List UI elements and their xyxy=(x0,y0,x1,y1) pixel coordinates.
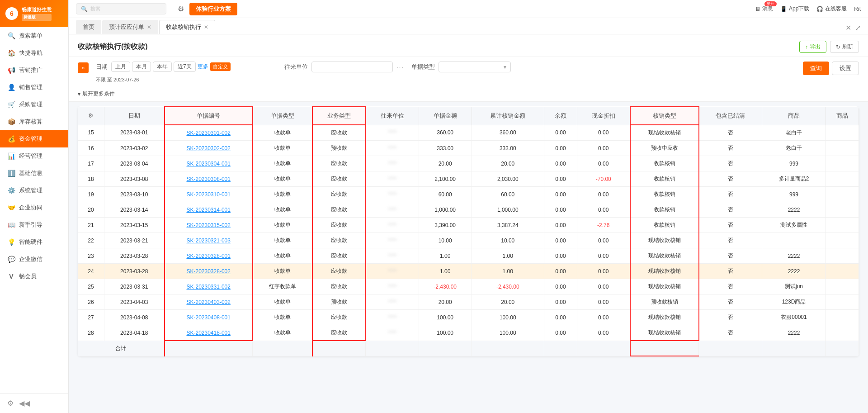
doctype-select[interactable] xyxy=(439,62,511,72)
sidebar-item-hardware[interactable]: 💡 智能硬件 xyxy=(0,233,68,251)
cell-amount: 100.00 xyxy=(419,310,472,325)
tab-home[interactable]: 首页 xyxy=(76,20,101,34)
partner-value: **** xyxy=(388,299,397,305)
filter-partner-section: 往来单位 ··· xyxy=(284,62,404,72)
sidebar-item-hardware-label: 智能硬件 xyxy=(19,238,42,246)
cell-verified: 100.00 xyxy=(472,325,544,341)
docno-link[interactable]: SK-20230308-001 xyxy=(186,176,230,182)
filter-more-dots[interactable]: ··· xyxy=(396,64,404,71)
export-button[interactable]: ↑ 导出 xyxy=(799,41,826,53)
cell-partner: **** xyxy=(366,264,419,279)
sidebar-item-system[interactable]: ⚙️ 系统管理 xyxy=(0,182,68,199)
cell-goods2 xyxy=(826,202,859,218)
partner-value: **** xyxy=(388,129,397,136)
docno-link[interactable]: SK-20230418-001 xyxy=(186,330,230,336)
filter-expand-button[interactable]: » xyxy=(78,62,89,73)
tab-expand-icon[interactable]: ⤢ xyxy=(855,24,861,32)
tab-payable-close[interactable]: ✕ xyxy=(147,24,151,30)
topbar-search[interactable]: 🔍 搜索 xyxy=(76,3,166,14)
date-btn-7days[interactable]: 近7天 xyxy=(174,62,196,72)
partner-value: **** xyxy=(388,268,397,275)
sidebar-item-enterprise[interactable]: 🤝 企业协同 xyxy=(0,199,68,216)
tab-receipt-close[interactable]: ✕ xyxy=(204,24,208,30)
date-more-link[interactable]: 更多 xyxy=(198,63,208,71)
docno-link[interactable]: SK-20230314-001 xyxy=(186,207,230,213)
handshake-icon: 🤝 xyxy=(7,204,15,212)
docno-link[interactable]: SK-20230310-001 xyxy=(186,191,230,198)
cell-no: 19 xyxy=(78,187,104,202)
expand-more-button[interactable]: ▾ 展开更多条件 xyxy=(78,90,115,98)
th-partner: 往来单位 xyxy=(366,107,419,125)
docno-link[interactable]: SK-20230315-002 xyxy=(186,222,230,228)
topbar-app-download[interactable]: 📱 App下载 xyxy=(780,5,809,13)
partner-value: **** xyxy=(388,284,397,290)
sidebar-item-purchase[interactable]: 🛒 采购管理 xyxy=(0,96,68,113)
cell-goods2 xyxy=(826,156,859,171)
filter-settings-button[interactable]: 设置 xyxy=(832,62,859,75)
topbar-gear-icon[interactable]: ⚙ xyxy=(178,5,184,13)
cell-amount: 20.00 xyxy=(419,156,472,171)
sidebar-item-finance[interactable]: 💰 资金管理 xyxy=(0,130,68,147)
topbar-online-service[interactable]: 🎧 在线客服 xyxy=(816,5,847,13)
date-btn-this-year[interactable]: 本年 xyxy=(153,62,172,72)
sidebar-item-search[interactable]: 🔍 搜索菜单 xyxy=(0,27,68,44)
cell-discount: -2.76 xyxy=(577,218,630,233)
docno-link[interactable]: SK-20230328-001 xyxy=(186,253,230,259)
sidebar-item-marketing[interactable]: 📢 营销推广 xyxy=(0,62,68,79)
cell-goods1: 衣服00001 xyxy=(762,310,826,325)
sidebar: 6 畅康道好生意 标推版 🔍 搜索菜单 🏠 快捷导航 📢 营销推广 👤 销售管理… xyxy=(0,0,69,413)
cell-date: 2023-03-01 xyxy=(104,125,164,141)
docno-link[interactable]: SK-20230328-002 xyxy=(186,268,230,275)
docno-link[interactable]: SK-20230304-001 xyxy=(186,161,230,167)
sidebar-item-guide[interactable]: 📖 新手引导 xyxy=(0,216,68,233)
docno-link[interactable]: SK-20230301-002 xyxy=(186,130,230,136)
cell-balance: 0.00 xyxy=(544,233,577,248)
tab-payable[interactable]: 预计应应付单 ✕ xyxy=(102,20,158,34)
cell-goods2 xyxy=(826,310,859,325)
th-date: 日期 xyxy=(104,107,164,125)
sidebar-item-sales[interactable]: 👤 销售管理 xyxy=(0,79,68,96)
solution-button[interactable]: 体验行业方案 xyxy=(189,3,237,15)
cell-verified: 333.00 xyxy=(472,141,544,156)
footer-goods1 xyxy=(762,341,826,356)
th-included: 包含已结清 xyxy=(699,107,762,125)
sidebar-item-operations[interactable]: 📊 经营管理 xyxy=(0,147,68,165)
sidebar-item-weixin[interactable]: 💬 企业微信 xyxy=(0,251,68,268)
table-row: 22 2023-03-21 SK-20230321-003 收款单 应收款 **… xyxy=(78,233,859,248)
tab-receipt[interactable]: 收款核销执行 ✕ xyxy=(159,20,215,34)
docno-link[interactable]: SK-20230321-003 xyxy=(186,237,230,244)
sidebar-item-operations-label: 经营管理 xyxy=(19,152,42,160)
partner-input[interactable] xyxy=(311,62,393,72)
docno-link[interactable]: SK-20230302-002 xyxy=(186,145,230,152)
sidebar-item-basic[interactable]: ℹ️ 基础信息 xyxy=(0,165,68,182)
sidebar-item-inventory[interactable]: 📦 库存核算 xyxy=(0,113,68,130)
docno-link[interactable]: SK-20230331-002 xyxy=(186,284,230,290)
topbar: 🔍 搜索 ⚙ 体验行业方案 🖥 消息 99+ 📱 App下载 🎧 在线客服 Ri… xyxy=(69,0,868,18)
sidebar-item-member[interactable]: V 畅会员 xyxy=(0,268,68,285)
docno-link[interactable]: SK-20230403-002 xyxy=(186,299,230,305)
topbar-user[interactable]: Rit xyxy=(854,6,861,12)
date-btn-this-month[interactable]: 本月 xyxy=(132,62,151,72)
settings-bottom-icon[interactable]: ⚙ xyxy=(7,399,14,408)
query-button[interactable]: 查询 xyxy=(803,62,829,75)
cell-included: 否 xyxy=(699,187,762,202)
date-custom-btn[interactable]: 自定义 xyxy=(210,62,231,71)
doctype-filter-label: 单据类型 xyxy=(411,63,435,71)
sidebar-item-quicknav[interactable]: 🏠 快捷导航 xyxy=(0,44,68,62)
cell-biztype: 预收款 xyxy=(312,141,366,156)
refresh-button[interactable]: ↻ 刷新 xyxy=(830,41,859,53)
collapse-icon[interactable]: ◀◀ xyxy=(19,399,30,408)
cell-no: 16 xyxy=(78,141,104,156)
docno-link[interactable]: SK-20230408-001 xyxy=(186,314,230,321)
cell-discount: 0.00 xyxy=(577,248,630,264)
footer-discount xyxy=(577,341,630,356)
date-btn-last-month[interactable]: 上月 xyxy=(111,62,130,72)
footer-docno xyxy=(165,341,253,356)
logo-icon: 6 xyxy=(5,7,18,20)
table-row: 23 2023-03-28 SK-20230328-001 收款单 应收款 **… xyxy=(78,248,859,264)
settings-col-icon[interactable]: ⚙ xyxy=(87,112,95,120)
topbar-message[interactable]: 🖥 消息 99+ xyxy=(755,5,773,13)
tab-close-all-icon[interactable]: ✕ xyxy=(845,24,851,32)
th-settings[interactable]: ⚙ xyxy=(78,107,104,125)
partner-value: **** xyxy=(388,222,397,228)
